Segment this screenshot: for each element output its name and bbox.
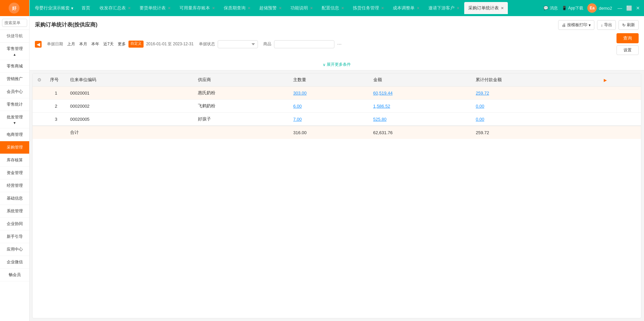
date-shortcut-7days[interactable]: 近7天: [102, 41, 115, 48]
tab-function-desc[interactable]: 功能说明 ✕: [286, 2, 317, 14]
row-main-qty[interactable]: 7.00: [289, 113, 369, 126]
sidebar-item-label: 畅会员: [9, 272, 21, 278]
maximize-btn[interactable]: ⬜: [625, 5, 633, 11]
avatar: Ea: [587, 3, 597, 13]
filter-toggle-button[interactable]: ◀: [35, 41, 42, 48]
sidebar-item-finance[interactable]: 资金管理: [0, 167, 29, 179]
col-settings: ⚙: [33, 73, 46, 87]
query-button[interactable]: 查询: [616, 33, 639, 43]
search-input[interactable]: [2, 19, 27, 27]
row-main-qty[interactable]: 6.00: [289, 100, 369, 113]
sidebar-item-retail-stats[interactable]: 零售统计: [0, 98, 29, 111]
row-amount[interactable]: 1,586.52: [369, 100, 472, 113]
table-settings-icon[interactable]: ⚙: [37, 77, 42, 83]
template-print-button[interactable]: 🖨 按模板打印 ▾: [558, 20, 594, 30]
sidebar-item-enterprise[interactable]: 企业协同: [0, 218, 29, 230]
export-button[interactable]: ↓ 导出: [597, 20, 616, 30]
expand-column-icon[interactable]: ▶: [604, 78, 607, 83]
tab-close-icon[interactable]: ✕: [310, 6, 313, 10]
settings-button[interactable]: 设置: [616, 45, 639, 55]
date-shortcut-last-month[interactable]: 上月: [66, 41, 76, 48]
sidebar-item-member2[interactable]: 畅会员: [0, 269, 29, 281]
more-options-icon[interactable]: ···: [337, 41, 341, 47]
date-custom-tag[interactable]: 自定义: [128, 41, 144, 48]
row-paid-amount[interactable]: 259.72: [472, 87, 599, 100]
row-paid-amount[interactable]: 0.00: [472, 113, 599, 126]
row-amount[interactable]: 525.80: [369, 113, 472, 126]
filter-row: ◀ 单据日期 上月 本月 本年 近7天 更多 自定义 2016-01-01 至 …: [35, 33, 639, 58]
tab-close-icon[interactable]: ✕: [212, 6, 215, 10]
minimize-btn[interactable]: —: [616, 5, 624, 11]
col-expand: ▶: [600, 73, 641, 87]
tab-collect-dispatch[interactable]: 收发存汇总表 ✕: [96, 2, 135, 14]
row-supplier-code: 00020001: [66, 87, 194, 100]
tab-close-icon[interactable]: ✕: [128, 6, 131, 10]
tab-available-inventory[interactable]: 可用量库存账本 ✕: [175, 2, 219, 14]
tab-goods-stats[interactable]: 要货单统计表 ✕: [136, 2, 175, 14]
date-shortcut-this-year[interactable]: 本年: [90, 41, 101, 48]
sidebar-item-member[interactable]: 会员中心: [0, 86, 29, 98]
tab-invite-downstream[interactable]: 邀请下游客户 ✕: [424, 2, 464, 14]
sidebar-item-enterprise-wechat[interactable]: 企业微信: [0, 256, 29, 269]
date-shortcut-more[interactable]: 更多: [116, 41, 127, 48]
sidebar-item-operations[interactable]: 经营管理: [0, 179, 29, 192]
refresh-button[interactable]: ↻ 刷新: [619, 20, 639, 30]
sidebar-item-label: 新手引导: [7, 234, 23, 239]
tab-expiry-query[interactable]: 保质期查询 ✕: [220, 2, 255, 14]
app-download-btn[interactable]: 📱 App下载: [562, 5, 583, 11]
tab-purchase-stats[interactable]: 采购订单统计表 ✕: [464, 2, 508, 14]
sidebar-item-ecommerce[interactable]: 电商管理: [0, 128, 29, 141]
tab-home[interactable]: 首页: [77, 3, 95, 13]
sidebar-item-retail-mall[interactable]: 零售商城: [0, 60, 29, 73]
tab-close-icon[interactable]: ✕: [381, 6, 384, 10]
sidebar-item-label: 营销推广: [7, 76, 23, 82]
tab-task-management[interactable]: 拣货任务管理 ✕: [349, 2, 388, 14]
goods-search-input[interactable]: [274, 40, 334, 48]
tab-close-icon[interactable]: ✕: [457, 6, 460, 10]
sidebar-item-label: 系统管理: [7, 208, 23, 214]
app-logo: 好: [0, 0, 29, 16]
row-main-qty[interactable]: 303.00: [289, 87, 369, 100]
row-settings-cell: [33, 113, 46, 126]
tab-config-info[interactable]: 配置信息 ✕: [318, 2, 348, 14]
user-name: demo2: [599, 6, 612, 11]
row-paid-amount[interactable]: 0.00: [472, 100, 599, 113]
sidebar-item-label: 企业微信: [7, 259, 23, 265]
quick-nav-label[interactable]: 快捷导航: [0, 32, 29, 40]
row-supplier-name: 好孩子: [194, 113, 289, 126]
tab-close-icon[interactable]: ✕: [341, 6, 344, 10]
sidebar-item-inventory[interactable]: 库存核算: [0, 154, 29, 167]
message-btn[interactable]: 💬 消息: [543, 5, 558, 11]
sidebar-item-app-center[interactable]: 应用中心: [0, 243, 29, 256]
svg-text:好: 好: [11, 6, 16, 11]
sidebar-item-system[interactable]: 系统管理: [0, 205, 29, 218]
row-extra: [600, 113, 641, 126]
tab-label: 超储预警: [259, 5, 277, 11]
tab-label: 采购订单统计表: [468, 5, 499, 11]
tab-close-icon[interactable]: ✕: [248, 6, 251, 10]
tab-label: 功能说明: [290, 5, 308, 11]
sidebar-item-wholesale[interactable]: 批发管理 ▼: [0, 111, 29, 128]
sidebar-item-purchase[interactable]: 采购管理: [0, 141, 29, 154]
sidebar-item-marketing[interactable]: 营销推广: [0, 73, 29, 86]
sidebar-item-zero-retail[interactable]: 零售管理 ▲: [0, 43, 29, 60]
date-shortcut-this-month[interactable]: 本月: [78, 41, 89, 48]
tab-close-icon[interactable]: ✕: [279, 6, 282, 10]
sidebar-item-new-guide[interactable]: 新手引导: [0, 230, 29, 243]
status-select[interactable]: [218, 40, 258, 48]
tab-close-icon[interactable]: ✕: [168, 6, 171, 10]
tab-label: 拣货任务管理: [353, 5, 379, 11]
tab-cost-adjust[interactable]: 成本调整单 ✕: [389, 2, 424, 14]
date-filter-group: 单据日期 上月 本月 本年 近7天 更多 自定义 2016-01-01 至 20…: [47, 41, 194, 48]
workspace-selector[interactable]: 母婴行业演示账套 ▾: [32, 5, 76, 11]
tab-close-icon[interactable]: ✕: [417, 6, 420, 10]
sidebar-item-basics[interactable]: 基础信息: [0, 192, 29, 205]
tab-label: 保质期查询: [224, 5, 246, 11]
expand-more-button[interactable]: ∨ 展开更多条件: [323, 62, 351, 67]
tab-overstock-warning[interactable]: 超储预警 ✕: [255, 2, 286, 14]
tab-close-icon[interactable]: ✕: [501, 6, 504, 10]
user-menu[interactable]: Ea demo2: [587, 3, 612, 13]
close-btn[interactable]: ✕: [635, 5, 641, 11]
row-amount[interactable]: 60,519.44: [369, 87, 472, 100]
chevron-up-icon: ▲: [13, 53, 16, 56]
